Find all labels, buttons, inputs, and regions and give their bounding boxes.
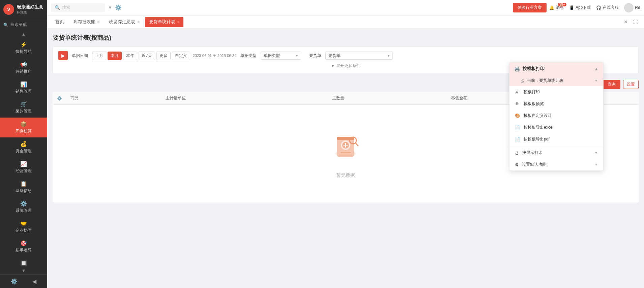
collapse-icon[interactable]: ◀ — [32, 278, 36, 285]
sidebar-item-label: 新手引导 — [16, 248, 32, 253]
sidebar-item-sales[interactable]: 📊 销售管理 — [0, 78, 47, 98]
query-button[interactable]: 查询 — [603, 80, 620, 89]
filter-row: ▶ 单据日期 上月 本月 本年 近7天 更多 自定义 2023-06-01 至 … — [58, 51, 633, 60]
order-select[interactable]: 要货单 — [325, 52, 393, 60]
set-default-icon: ⚙ — [515, 162, 519, 167]
notification-badge: 99+ — [558, 3, 566, 6]
svg-line-10 — [355, 143, 358, 146]
apps-icon: 🔲 — [20, 260, 27, 266]
topbar-search-icon: 🔍 — [55, 5, 60, 10]
page-content: 要货单统计表(按商品) ▶ 单据日期 上月 本月 本年 近7天 更多 自定义 2… — [47, 28, 644, 288]
custom-date-button[interactable]: 自定义 — [172, 52, 190, 60]
date-filter-label: 单据日期 — [72, 53, 88, 59]
settings-icon[interactable]: ⚙️ — [11, 278, 18, 285]
tab-order-stats-label: 要货单统计表 — [149, 19, 175, 25]
topbar-search[interactable]: 🔍 搜索 — [51, 3, 105, 12]
gear-icon[interactable]: ⚙️ — [57, 96, 62, 101]
display-print-arrow: ▼ — [594, 151, 598, 155]
username-label: Rit — [635, 5, 640, 10]
sidebar-item-guide[interactable]: 🎯 新手引导 — [0, 237, 47, 257]
col-checkbox: ⚙️ — [53, 92, 66, 105]
template-design-label: 模板自定义设计 — [524, 113, 552, 119]
settings-button[interactable]: 设置 — [623, 80, 639, 89]
purchase-icon: 🛒 — [20, 101, 27, 107]
user-avatar-item[interactable]: Rit — [624, 3, 640, 12]
tab-home-label: 首页 — [55, 19, 64, 25]
last-7-days-button[interactable]: 近7天 — [139, 52, 155, 60]
print-dropdown-close[interactable]: ▲ — [594, 66, 598, 71]
tab-receipt-summary[interactable]: 收发存汇总表 × — [105, 17, 143, 27]
current-template-arrow: ▼ — [594, 79, 598, 83]
online-service-item[interactable]: 🎧 在线客服 — [596, 5, 619, 10]
tab-inventory-batch[interactable]: 库存批次账 × — [69, 17, 104, 27]
collab-icon: 🤝 — [20, 220, 27, 227]
tab-home[interactable]: 首页 — [51, 17, 68, 27]
template-excel-item[interactable]: 📄 按模板导出excel — [509, 122, 603, 133]
page-title: 要货单统计表(按商品) — [53, 34, 639, 42]
expand-label: 展开更多条件 — [336, 63, 360, 69]
template-pdf-item[interactable]: 📄 按模板导出pdf — [509, 133, 603, 145]
operations-icon: 📈 — [20, 161, 27, 167]
sidebar-search[interactable]: 🔍 搜索菜单 — [0, 19, 47, 30]
current-year-button[interactable]: 本年 — [123, 52, 137, 60]
tab-order-stats-close[interactable]: × — [177, 20, 179, 24]
template-design-item[interactable]: 🎨 模板自定义设计 — [509, 110, 603, 122]
filter-toggle-button[interactable]: ▶ — [58, 51, 68, 60]
more-date-button[interactable]: 更多 — [156, 52, 171, 60]
sidebar-item-finance[interactable]: 💰 资金管理 — [0, 137, 47, 157]
sidebar-nav: ⚡ 快捷导航 📢 营销推广 📊 销售管理 🛒 采购管理 📦 库存核算 💰 资金管… — [0, 38, 47, 267]
main-area: 🔍 搜索 ▼ ⚙️ 体验行业方案 🔔 消息 99+ 📱 App下载 🎧 在线客服 — [47, 0, 644, 288]
tab-order-stats[interactable]: 要货单统计表 × — [145, 17, 183, 27]
set-default-label: 设置默认功能 — [522, 162, 546, 167]
template-print-item[interactable]: 🖨 模板打印 — [509, 86, 603, 98]
sidebar-item-system[interactable]: ⚙️ 系统管理 — [0, 197, 47, 217]
col-product: 商品 — [66, 92, 162, 105]
solution-button[interactable]: 体验行业方案 — [513, 3, 547, 12]
topbar-gear-icon[interactable]: ⚙️ — [115, 4, 122, 11]
template-preview-icon: 👁 — [515, 101, 520, 106]
tab-receipt-summary-close[interactable]: × — [137, 20, 139, 24]
current-month-button[interactable]: 本月 — [108, 52, 122, 60]
download-icon: 📱 — [569, 5, 574, 10]
current-template-item[interactable]: 🖨 当前：要货单统计表 ▼ — [509, 75, 603, 86]
topbar-search-placeholder: 搜索 — [62, 5, 70, 10]
sidebar-item-inventory[interactable]: 📦 库存核算 — [0, 118, 47, 137]
sidebar-item-label: 系统管理 — [16, 208, 32, 214]
tab-inventory-batch-close[interactable]: × — [97, 20, 99, 24]
template-pdf-icon: 📄 — [515, 137, 520, 142]
template-preview-item[interactable]: 👁 模板板预览 — [509, 98, 603, 110]
sidebar-scroll-down[interactable]: ▼ — [0, 267, 47, 275]
prev-month-button[interactable]: 上月 — [92, 52, 106, 60]
app-download-item[interactable]: 📱 App下载 — [569, 5, 591, 10]
display-print-submenu[interactable]: 🖨 按显示打印 ▼ — [509, 147, 603, 159]
system-icon: ⚙️ — [20, 200, 27, 207]
sidebar-item-collab[interactable]: 🤝 企业协同 — [0, 217, 47, 237]
tab-close-all-button[interactable]: ✕ — [622, 19, 630, 25]
app-logo-icon: V — [3, 4, 14, 15]
col-quantity: 主数量 — [328, 92, 447, 105]
bell-icon: 🔔 — [549, 5, 554, 10]
sidebar-bottom: ⚙️ ◀ — [0, 275, 47, 288]
set-default-submenu[interactable]: ⚙ 设置默认功能 ▼ — [509, 159, 603, 170]
sidebar-item-purchase[interactable]: 🛒 采购管理 — [0, 98, 47, 118]
sidebar-item-quick-nav[interactable]: ⚡ 快捷导航 — [0, 38, 47, 58]
sidebar-item-basics[interactable]: 📋 基础信息 — [0, 177, 47, 197]
sidebar-item-operations[interactable]: 📈 经营管理 — [0, 157, 47, 177]
expand-more-button[interactable]: ▼ 展开更多条件 — [331, 63, 360, 69]
type-select[interactable]: 单据类型 — [261, 52, 301, 60]
sidebar-item-label: 企业协同 — [16, 228, 32, 233]
sidebar-scroll-up[interactable]: ▲ — [0, 30, 47, 38]
empty-text: 暂无数据 — [336, 172, 355, 179]
sidebar-item-apps[interactable]: 🔲 应用中心 — [0, 257, 47, 267]
notifications-item[interactable]: 🔔 消息 99+ — [549, 5, 564, 10]
finance-icon: 💰 — [20, 141, 27, 147]
date-range-display: 2023-06-01 至 2023-06-30 — [193, 53, 237, 58]
app-download-label: App下载 — [576, 5, 591, 10]
display-print-icon: 🖨 — [515, 151, 519, 155]
topbar-dropdown-icon[interactable]: ▼ — [108, 5, 112, 10]
sidebar-item-marketing[interactable]: 📢 营销推广 — [0, 58, 47, 78]
tab-maximize-button[interactable]: ⛶ — [631, 19, 640, 25]
print-dropdown-panel: 🖨️ 按模板打印 ▲ 🖨 当前：要货单统计表 ▼ 🖨 模板打印 👁 模板板预览 — [509, 62, 604, 171]
sidebar-item-label: 营销推广 — [16, 69, 32, 74]
set-default-arrow: ▼ — [594, 163, 598, 166]
